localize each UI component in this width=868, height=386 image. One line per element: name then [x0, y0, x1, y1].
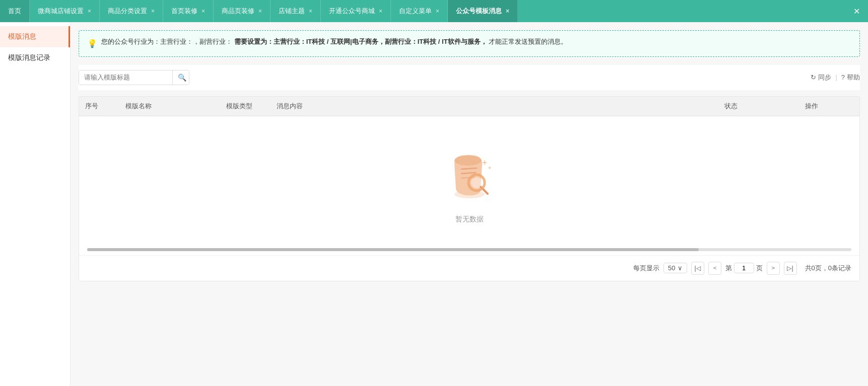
notice-icon: 💡 — [87, 37, 97, 50]
search-icon: 🔍 — [178, 73, 186, 82]
prev-page-button[interactable]: ＜ — [708, 262, 721, 275]
tab-home-decor[interactable]: 首页装修 × — [163, 0, 214, 22]
close-tab-weishop-settings[interactable]: × — [88, 8, 91, 15]
sidebar-item-template-message-log[interactable]: 模版消息记录 — [0, 47, 70, 68]
content-area: 💡 您的公众号行业为：主营行业：，副营行业： 需要设置为：主营行业：IT科技 /… — [71, 22, 868, 386]
sync-button[interactable]: ↻ 同步 — [811, 73, 831, 82]
tab-product-category[interactable]: 商品分类设置 × — [100, 0, 163, 22]
tab-product-decor[interactable]: 商品页装修 × — [214, 0, 271, 22]
scrollbar-thumb[interactable] — [87, 248, 699, 251]
th-type: 模版类型 — [220, 97, 271, 116]
close-tab-product-category[interactable]: × — [151, 8, 155, 15]
svg-point-7 — [471, 177, 482, 188]
search-bar: 🔍 ↻ 同步 | ? 帮助 — [79, 65, 860, 90]
last-page-button[interactable]: ▷| — [784, 262, 797, 275]
total-info: 共0页，0条记录 — [805, 264, 851, 273]
toolbar-right: ↻ 同步 | ? 帮助 — [811, 73, 860, 82]
first-page-icon: |◁ — [694, 265, 700, 272]
empty-illustration — [439, 146, 500, 207]
page-size-select[interactable]: 50 ∨ — [663, 263, 687, 273]
close-all-tabs[interactable]: ✕ — [845, 0, 868, 22]
tab-shop-theme[interactable]: 店铺主题 × — [271, 0, 321, 22]
svg-point-1 — [454, 156, 482, 166]
page-info: 第 页 — [725, 263, 763, 273]
close-tab-home-decor[interactable]: × — [202, 8, 205, 15]
next-page-icon: ＞ — [770, 264, 776, 272]
page-number-input[interactable] — [734, 263, 754, 273]
horizontal-scrollbar[interactable] — [79, 244, 859, 255]
search-button[interactable]: 🔍 — [172, 70, 189, 85]
th-content: 消息内容 — [271, 97, 718, 116]
search-input-wrap: 🔍 — [79, 70, 189, 85]
scrollbar-track — [87, 248, 851, 251]
notice-highlight: 需要设置为：主营行业：IT科技 / 互联网|电子商务，副营行业：IT科技 / I… — [234, 38, 487, 45]
pagination: 每页显示 50 ∨ |◁ ＜ 第 页 ＞ — [79, 255, 859, 281]
notice-box: 💡 您的公众号行业为：主营行业：，副营行业： 需要设置为：主营行业：IT科技 /… — [79, 30, 860, 57]
sidebar: 模版消息 模版消息记录 — [0, 22, 71, 386]
th-seq: 序号 — [79, 97, 119, 116]
prev-page-icon: ＜ — [712, 264, 718, 272]
sync-icon: ↻ — [811, 73, 816, 81]
page-unit-label: 页 — [756, 264, 763, 273]
tab-open-wechat-mall[interactable]: 开通公众号商城 × — [321, 0, 391, 22]
close-tab-shop-theme[interactable]: × — [309, 8, 312, 15]
close-tab-product-decor[interactable]: × — [258, 8, 262, 15]
help-button[interactable]: ? 帮助 — [841, 73, 860, 82]
page-word: 第 — [725, 264, 732, 273]
help-icon: ? — [841, 73, 845, 81]
th-action: 操作 — [799, 97, 859, 116]
notice-text: 您的公众号行业为：主营行业：，副营行业： 需要设置为：主营行业：IT科技 / 互… — [101, 37, 567, 47]
sidebar-item-template-message[interactable]: 模版消息 — [0, 26, 70, 47]
first-page-button[interactable]: |◁ — [691, 262, 704, 275]
empty-state: 暂无数据 — [79, 116, 859, 244]
tab-template-message[interactable]: 公众号模板消息 × — [448, 0, 518, 22]
chevron-down-icon: ∨ — [678, 264, 683, 272]
last-page-icon: ▷| — [787, 265, 793, 272]
page-size-label: 每页显示 — [633, 264, 659, 273]
th-status: 状态 — [718, 97, 799, 116]
close-tab-template-message[interactable]: × — [506, 8, 509, 15]
main-layout: 模版消息 模版消息记录 💡 您的公众号行业为：主营行业：，副营行业： 需要设置为… — [0, 22, 868, 386]
table-header: 序号 模版名称 模版类型 消息内容 状态 操作 — [79, 97, 859, 116]
empty-text: 暂无数据 — [455, 215, 484, 224]
th-name: 模版名称 — [119, 97, 220, 116]
close-tab-custom-menu[interactable]: × — [436, 8, 439, 15]
tab-home[interactable]: 首页 — [0, 0, 30, 22]
toolbar-divider: | — [835, 73, 837, 81]
tab-weishop-settings[interactable]: 微商城店铺设置 × — [30, 0, 100, 22]
next-page-button[interactable]: ＞ — [767, 262, 780, 275]
data-table: 序号 模版名称 模版类型 消息内容 状态 操作 — [79, 96, 860, 281]
search-input[interactable] — [79, 70, 172, 84]
close-tab-open-wechat-mall[interactable]: × — [379, 8, 382, 15]
tab-custom-menu[interactable]: 自定义菜单 × — [391, 0, 448, 22]
tab-bar: 首页 微商城店铺设置 × 商品分类设置 × 首页装修 × 商品页装修 × 店铺主… — [0, 0, 868, 22]
